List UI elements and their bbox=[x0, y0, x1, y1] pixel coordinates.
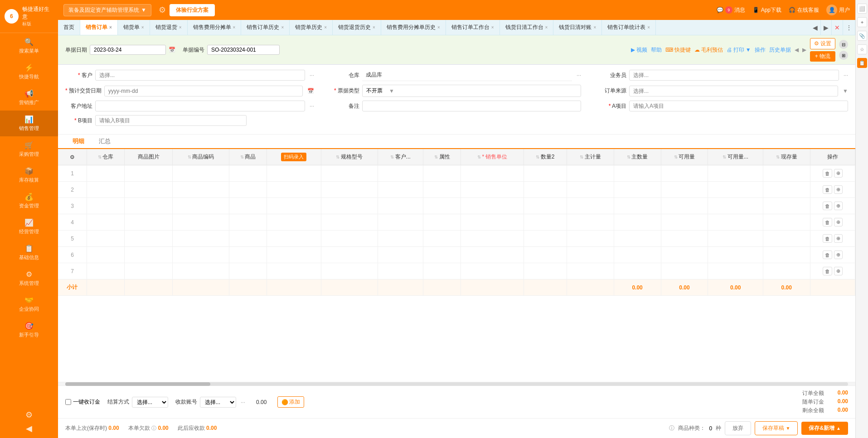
industry-btn[interactable]: 体验行业方案 bbox=[170, 4, 215, 16]
row-delete-btn[interactable]: 🗑 bbox=[823, 169, 832, 178]
customer-input[interactable] bbox=[95, 70, 305, 81]
tab-7[interactable]: 销货退货历史× bbox=[333, 20, 381, 35]
tab-0[interactable]: 首页 bbox=[58, 20, 80, 35]
messages-btn[interactable]: 💬 9 消息 bbox=[717, 6, 745, 14]
sidebar-item-4[interactable]: 🛒采购管理 bbox=[0, 136, 58, 162]
collapse-icon[interactable]: ◀ bbox=[26, 424, 32, 433]
sidebar-item-5[interactable]: 📦库存核算 bbox=[0, 162, 58, 188]
tab-4[interactable]: 销售费用分摊单× bbox=[188, 20, 242, 35]
online-service-btn[interactable]: 🎧 在线客服 bbox=[789, 6, 819, 14]
history-link[interactable]: 历史单据 bbox=[769, 46, 791, 54]
note-input[interactable] bbox=[362, 101, 581, 111]
row-delete-btn[interactable]: 🗑 bbox=[823, 202, 832, 210]
save-draft-btn[interactable]: 保存草稿 ▼ bbox=[755, 421, 798, 435]
sidebar-item-7[interactable]: 📈经营管理 bbox=[0, 214, 58, 240]
system-title[interactable]: 装备及固定资产辅助管理系统 ▼ bbox=[63, 4, 151, 16]
panel-toggle-1[interactable]: ⊟ bbox=[839, 40, 848, 49]
sidebar-item-11[interactable]: 🎯新手引导 bbox=[0, 317, 58, 343]
scrollbar-thumb[interactable] bbox=[65, 382, 210, 386]
right-panel-icon-4[interactable]: ☆ bbox=[857, 44, 867, 54]
row-copy-btn[interactable]: ⊕ bbox=[834, 202, 843, 210]
discard-btn[interactable]: 放弃 bbox=[725, 421, 751, 435]
order-source-input[interactable] bbox=[629, 86, 838, 96]
account-select[interactable]: 选择... bbox=[200, 397, 236, 408]
sidebar-item-6[interactable]: 💰资金管理 bbox=[0, 188, 58, 214]
tab-10[interactable]: 钱货日清工作台× bbox=[500, 20, 554, 35]
tab-3[interactable]: 销货退货× bbox=[150, 20, 188, 35]
sidebar-item-2[interactable]: 📢营销推广 bbox=[0, 85, 58, 111]
detail-tab-1[interactable]: 汇总 bbox=[92, 135, 118, 148]
scan-btn[interactable]: 扫码录入 bbox=[281, 153, 306, 161]
delivery-calendar[interactable]: 📅 bbox=[307, 88, 314, 94]
order-source-dropdown[interactable]: ▼ bbox=[843, 88, 848, 94]
row-delete-btn[interactable]: 🗑 bbox=[823, 218, 832, 226]
table-wrapper[interactable]: ⚙⇅ 仓库商品图片⇅ 商品编码⇅ 商品扫码录入⇅ 规格型号⇅ 客户...⇅ 属性… bbox=[58, 149, 855, 382]
sidebar-item-8[interactable]: 📋基础信息 bbox=[0, 240, 58, 265]
shortcut-link[interactable]: ⌨ 快捷键 bbox=[665, 46, 691, 54]
calendar-icon[interactable]: 📅 bbox=[169, 47, 175, 53]
app-download-btn[interactable]: 📱 App下载 bbox=[752, 6, 781, 14]
settings-icon[interactable]: ⚙ bbox=[159, 5, 166, 15]
settings-bottom-icon[interactable]: ⚙ bbox=[25, 410, 33, 420]
sidebar-item-10[interactable]: 🤝企业协同 bbox=[0, 291, 58, 317]
customer-dots[interactable]: ··· bbox=[310, 72, 314, 78]
one-key-label[interactable]: 一键收订金 bbox=[65, 398, 100, 406]
a-project-input[interactable] bbox=[629, 101, 848, 111]
address-dots[interactable]: ··· bbox=[310, 103, 314, 109]
user-btn[interactable]: 👤 用户 bbox=[826, 5, 850, 15]
row-delete-btn[interactable]: 🗑 bbox=[823, 185, 832, 194]
print-link[interactable]: 🖨 打印 ▼ bbox=[727, 46, 751, 54]
right-panel-icon-5[interactable]: 📋 bbox=[857, 58, 867, 68]
tab-8[interactable]: 销售费用分摊单历史× bbox=[381, 20, 446, 35]
row-copy-btn[interactable]: ⊕ bbox=[834, 267, 843, 275]
salesperson-input[interactable] bbox=[629, 70, 839, 81]
number-input[interactable] bbox=[207, 45, 280, 55]
row-copy-btn[interactable]: ⊕ bbox=[834, 250, 843, 259]
detail-tab-0[interactable]: 明细 bbox=[65, 135, 92, 149]
row-copy-btn[interactable]: ⊕ bbox=[834, 169, 843, 178]
setting-btn[interactable]: ⚙ 设置 bbox=[810, 38, 835, 49]
add-payment-btn[interactable]: 🟠 添加 bbox=[277, 396, 304, 408]
b-project-input[interactable] bbox=[95, 115, 247, 126]
one-key-checkbox[interactable] bbox=[65, 399, 71, 405]
row-copy-btn[interactable]: ⊕ bbox=[834, 218, 843, 226]
add-goods-btn[interactable]: + 物流 bbox=[810, 51, 835, 62]
sidebar-item-3[interactable]: 📊销售管理 bbox=[0, 111, 58, 136]
account-dots[interactable]: ··· bbox=[241, 399, 245, 405]
sidebar-item-0[interactable]: 🔍搜索菜单 bbox=[0, 33, 58, 59]
date-input[interactable] bbox=[90, 45, 166, 55]
salesperson-dots[interactable]: ··· bbox=[844, 72, 848, 78]
panel-toggle-2[interactable]: ⊞ bbox=[839, 51, 848, 60]
sidebar-item-9[interactable]: ⚙系统管理 bbox=[0, 265, 58, 291]
tab-6[interactable]: 销货单历史× bbox=[290, 20, 333, 35]
view-link[interactable]: ▶ 视频 bbox=[631, 46, 647, 54]
row-copy-btn[interactable]: ⊕ bbox=[834, 234, 843, 243]
profit-link[interactable]: ☁ 毛利预估 bbox=[694, 46, 723, 54]
save-new-btn[interactable]: 保存&新增 ▲ bbox=[801, 422, 848, 435]
tab-nav-right[interactable]: ▶ bbox=[821, 20, 832, 35]
row-delete-btn[interactable]: 🗑 bbox=[823, 267, 832, 275]
payment-method-select[interactable]: 选择... bbox=[132, 397, 168, 408]
tab-12[interactable]: 销售订单统计表× bbox=[602, 20, 656, 35]
tab-1[interactable]: 销售订单× bbox=[80, 20, 118, 35]
tab-9[interactable]: 销售订单工作台× bbox=[446, 20, 500, 35]
delivery-input[interactable] bbox=[104, 86, 303, 96]
warehouse-dots[interactable]: ··· bbox=[577, 72, 581, 78]
ops-link[interactable]: 操作 bbox=[755, 46, 766, 54]
tab-close-all[interactable]: ✕ bbox=[832, 20, 843, 35]
row-delete-btn[interactable]: 🗑 bbox=[823, 250, 832, 259]
right-panel-icon-1[interactable]: ⬜ bbox=[857, 4, 867, 14]
row-delete-btn[interactable]: 🗑 bbox=[823, 234, 832, 243]
tab-nav-left[interactable]: ◀ bbox=[810, 20, 821, 35]
help-link[interactable]: 帮助 bbox=[651, 46, 662, 54]
tab-menu[interactable]: ⋮ bbox=[843, 20, 855, 35]
right-panel-icon-3[interactable]: 📎 bbox=[857, 31, 867, 41]
right-panel-icon-2[interactable]: ⌖ bbox=[857, 17, 867, 27]
address-input[interactable] bbox=[95, 101, 305, 111]
cell-unit bbox=[461, 182, 524, 198]
sidebar-item-1[interactable]: ⚡快捷导航 bbox=[0, 59, 58, 85]
tab-2[interactable]: 销货单× bbox=[118, 20, 150, 35]
tab-5[interactable]: 销售订单历史× bbox=[241, 20, 290, 35]
tab-11[interactable]: 钱货日清对账× bbox=[553, 20, 602, 35]
row-copy-btn[interactable]: ⊕ bbox=[834, 185, 843, 194]
